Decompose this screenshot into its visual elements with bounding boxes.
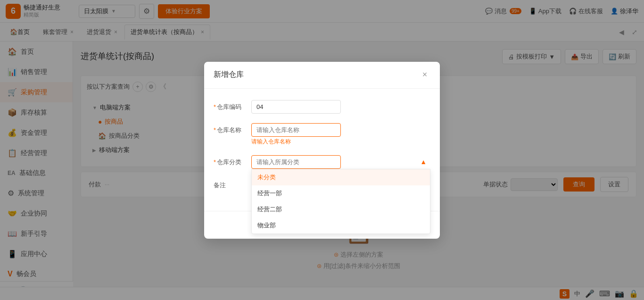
category-select-wrap: ▲ <box>251 155 430 169</box>
dropdown-item-1[interactable]: 经营一部 <box>252 185 430 201</box>
warehouse-code-input[interactable] <box>251 100 341 114</box>
modal-add-warehouse: 新增仓库 × 仓库编码 仓库名称 请输入仓库名称 仓库分类 <box>204 62 440 239</box>
category-dropdown: 未分类 经营一部 经营二部 物业部 <box>251 169 430 234</box>
form-group-category: 仓库分类 ▲ 未分类 经营一部 经营二部 物业部 <box>214 155 430 169</box>
category-input[interactable] <box>251 155 341 169</box>
form-group-code: 仓库编码 <box>214 100 430 114</box>
name-label: 仓库名称 <box>214 123 251 134</box>
name-error-msg: 请输入仓库名称 <box>251 138 430 146</box>
note-label: 备注 <box>214 178 251 190</box>
modal-overlay: 新增仓库 × 仓库编码 仓库名称 请输入仓库名称 仓库分类 <box>0 0 644 300</box>
code-label: 仓库编码 <box>214 100 251 111</box>
code-field-wrap <box>251 100 430 114</box>
category-field-wrap: ▲ 未分类 经营一部 经营二部 物业部 <box>251 155 430 169</box>
modal-close-btn[interactable]: × <box>419 69 430 81</box>
warehouse-name-input[interactable] <box>251 123 341 137</box>
form-group-name: 仓库名称 请输入仓库名称 <box>214 123 430 146</box>
dropdown-item-2[interactable]: 经营二部 <box>252 201 430 217</box>
name-field-wrap: 请输入仓库名称 <box>251 123 430 146</box>
dropdown-item-3[interactable]: 物业部 <box>252 217 430 233</box>
modal-header: 新增仓库 × <box>204 62 440 89</box>
dropdown-item-0[interactable]: 未分类 <box>252 169 430 185</box>
category-arrow-up-icon: ▲ <box>420 158 427 166</box>
category-label: 仓库分类 <box>214 155 251 167</box>
modal-title: 新增仓库 <box>214 70 244 80</box>
modal-body: 仓库编码 仓库名称 请输入仓库名称 仓库分类 ▲ <box>204 89 440 211</box>
